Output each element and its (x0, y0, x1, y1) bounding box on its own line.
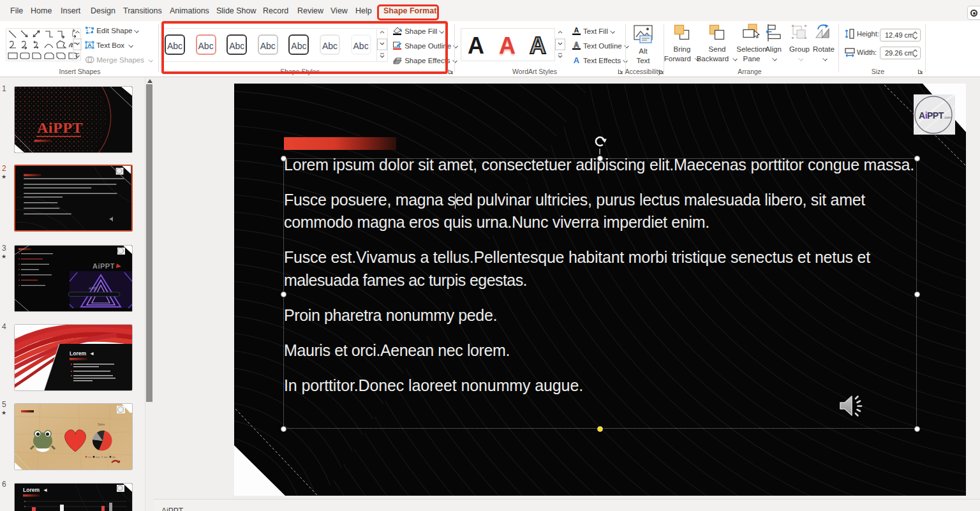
svg-text:A: A (530, 33, 546, 59)
svg-text:AiPPT: AiPPT (919, 110, 944, 121)
svg-text:3rd: 3rd (104, 456, 107, 459)
svg-text:1st: 1st (88, 456, 91, 459)
svg-text:AiPPT: AiPPT (93, 262, 115, 270)
svg-text:A: A (574, 26, 579, 34)
svg-text:A: A (499, 33, 516, 59)
svg-text:A: A (574, 56, 580, 64)
svg-text:AiPPT: AiPPT (37, 119, 83, 136)
svg-text:4th: 4th (112, 456, 115, 459)
svg-text:2nd: 2nd (96, 456, 100, 459)
svg-text:A: A (574, 41, 579, 48)
svg-text:AiPPT: AiPPT (89, 286, 98, 290)
svg-text:.com: .com (944, 115, 951, 119)
svg-text:Lorem ◄: Lorem ◄ (23, 487, 48, 493)
svg-text:Lorem ◄: Lorem ◄ (70, 350, 94, 357)
svg-text:A: A (468, 33, 484, 59)
svg-text:Sales: Sales (98, 423, 105, 426)
svg-text:A: A (87, 42, 92, 48)
